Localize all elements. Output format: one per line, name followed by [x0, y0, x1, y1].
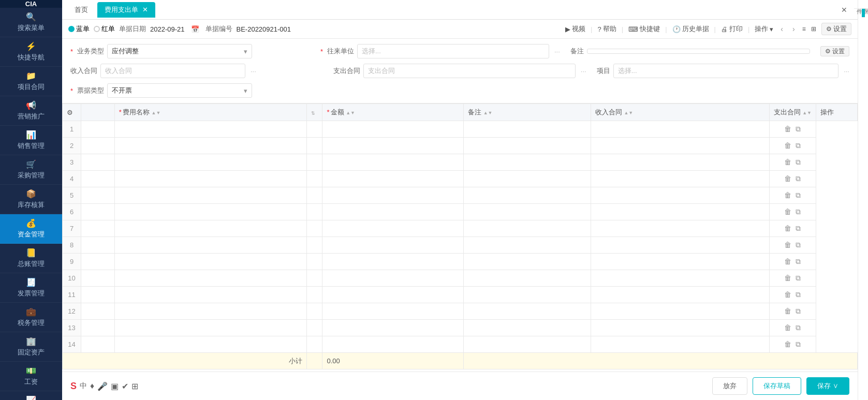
row-10-amount[interactable] [307, 270, 322, 287]
row-4-expense-name[interactable] [81, 171, 115, 187]
sort-expense-name[interactable]: ▲▼ [151, 110, 160, 115]
row-1-amount[interactable] [307, 121, 322, 138]
row-5-expense-name[interactable] [81, 187, 115, 204]
row-6-note[interactable] [322, 204, 464, 220]
invoice-type-input[interactable]: 不开票 ▾ [107, 83, 252, 98]
view-grid-btn[interactable]: ⊞ [811, 25, 816, 33]
sidebar-item-search[interactable]: 🔍搜索菜单 [0, 8, 62, 37]
btn-operation[interactable]: 操作▾ [755, 24, 773, 34]
row-8-copy-btn[interactable]: ⧉ [796, 241, 801, 249]
income-contract-more-btn[interactable]: ··· [251, 67, 256, 75]
row-1-note[interactable] [322, 121, 464, 138]
radio-red[interactable]: 红单 [94, 24, 115, 34]
row-10-expense-contract[interactable] [591, 270, 769, 287]
sidebar-item-quick-nav[interactable]: ⚡快捷导航 [0, 37, 62, 67]
row-4-copy-btn[interactable]: ⧉ [796, 174, 801, 183]
row-14-expense-name[interactable] [81, 336, 115, 353]
row-12-expense-contract[interactable] [591, 303, 769, 320]
row-3-sort[interactable] [114, 154, 307, 171]
sidebar-item-invoice[interactable]: 🧾发票管理 [0, 273, 62, 303]
sidebar-item-fixed-assets[interactable]: 🏢固定资产 [0, 332, 62, 362]
row-9-amount[interactable] [307, 254, 322, 270]
row-10-income-contract[interactable] [464, 270, 591, 287]
row-10-copy-btn[interactable]: ⧉ [796, 274, 801, 282]
btn-help[interactable]: ?帮助 [598, 24, 616, 34]
expense-contract-input[interactable]: 支出合同 [363, 64, 575, 78]
row-8-expense-contract[interactable] [591, 237, 769, 254]
row-11-note[interactable] [322, 287, 464, 303]
row-6-income-contract[interactable] [464, 204, 591, 220]
row-3-copy-btn[interactable]: ⧉ [796, 158, 801, 166]
sort-amount[interactable]: ▲▼ [346, 110, 355, 115]
row-5-sort[interactable] [114, 187, 307, 204]
sidebar-item-project-contract[interactable]: 📁项目合同 [0, 67, 62, 96]
row-11-expense-contract[interactable] [591, 287, 769, 303]
row-14-sort[interactable] [114, 336, 307, 353]
row-11-copy-btn[interactable]: ⧉ [796, 290, 801, 299]
row-10-expense-name[interactable] [81, 270, 115, 287]
footer-icon-zhong[interactable]: 中 [80, 381, 87, 391]
row-6-expense-name[interactable] [81, 204, 115, 220]
row-7-expense-contract[interactable] [591, 220, 769, 237]
row-3-amount[interactable] [307, 154, 322, 171]
edge-tab-action[interactable] [862, 9, 865, 18]
col-expense-contract[interactable]: 支出合同 ▲▼ [769, 104, 816, 121]
row-10-sort[interactable] [114, 270, 307, 287]
row-1-expense-contract[interactable] [591, 121, 769, 138]
sidebar-item-ledger[interactable]: 📒总账管理 [0, 244, 62, 273]
expense-contract-more-btn[interactable]: ··· [581, 67, 586, 75]
btn-shortcut[interactable]: ⌨快捷键 [628, 24, 660, 34]
row-13-expense-contract[interactable] [591, 320, 769, 336]
col-income-contract[interactable]: 收入合同 ▲▼ [591, 104, 769, 121]
row-1-copy-btn[interactable]: ⧉ [796, 125, 801, 133]
row-6-amount[interactable] [307, 204, 322, 220]
footer-icon-s[interactable]: S [70, 381, 77, 392]
row-13-note[interactable] [322, 320, 464, 336]
discard-btn[interactable]: 放弃 [712, 377, 747, 395]
row-5-amount[interactable] [307, 187, 322, 204]
sidebar-item-inventory[interactable]: 📦库存核算 [0, 185, 62, 214]
row-3-income-contract[interactable] [464, 154, 591, 171]
row-6-copy-btn[interactable]: ⧉ [796, 208, 801, 216]
row-14-amount[interactable] [307, 336, 322, 353]
row-8-amount[interactable] [307, 237, 322, 254]
row-14-copy-btn[interactable]: ⧉ [796, 340, 801, 348]
row-8-note[interactable] [322, 237, 464, 254]
btn-history[interactable]: 🕐历史单据 [672, 24, 709, 34]
footer-icon-check[interactable]: ✔ [122, 381, 128, 391]
edge-tab-attachment[interactable]: 附件 [854, 0, 869, 9]
nav-next-btn[interactable]: › [790, 25, 797, 33]
sidebar-item-marketing[interactable]: 📢营销推广 [0, 96, 62, 126]
row-1-sort[interactable] [114, 121, 307, 138]
row-8-income-contract[interactable] [464, 237, 591, 254]
form-settings-btn[interactable]: ⚙ 设置 [820, 46, 849, 56]
sort-note[interactable]: ▲▼ [483, 110, 493, 115]
row-5-income-contract[interactable] [464, 187, 591, 204]
row-9-expense-name[interactable] [81, 254, 115, 270]
date-value[interactable]: 2022-09-21 [150, 25, 185, 33]
row-2-income-contract[interactable] [464, 138, 591, 154]
save-btn[interactable]: 保存 ∨ [806, 377, 849, 395]
btn-video[interactable]: ▶视频 [565, 24, 585, 34]
row-3-expense-name[interactable] [81, 154, 115, 171]
row-14-expense-contract[interactable] [591, 336, 769, 353]
row-7-expense-name[interactable] [81, 220, 115, 237]
sidebar-item-sales[interactable]: 📊销售管理 [0, 126, 62, 155]
row-4-income-contract[interactable] [464, 171, 591, 187]
row-11-amount[interactable] [307, 287, 322, 303]
sidebar-item-salary[interactable]: 💵工资 [0, 362, 62, 391]
row-2-amount[interactable] [307, 138, 322, 154]
row-1-expense-name[interactable] [81, 121, 115, 138]
row-13-amount[interactable] [307, 320, 322, 336]
row-11-expense-name[interactable] [81, 287, 115, 303]
row-11-delete-btn[interactable]: 🗑 [784, 290, 791, 299]
row-1-delete-btn[interactable]: 🗑 [784, 125, 791, 133]
row-2-sort[interactable] [114, 138, 307, 154]
row-14-delete-btn[interactable]: 🗑 [784, 340, 791, 348]
partner-input[interactable]: 选择... [357, 44, 549, 58]
row-12-delete-btn[interactable]: 🗑 [784, 307, 791, 315]
row-3-note[interactable] [322, 154, 464, 171]
row-9-note[interactable] [322, 254, 464, 270]
row-6-expense-contract[interactable] [591, 204, 769, 220]
sort-expense-contract[interactable]: ▲▼ [802, 110, 812, 115]
